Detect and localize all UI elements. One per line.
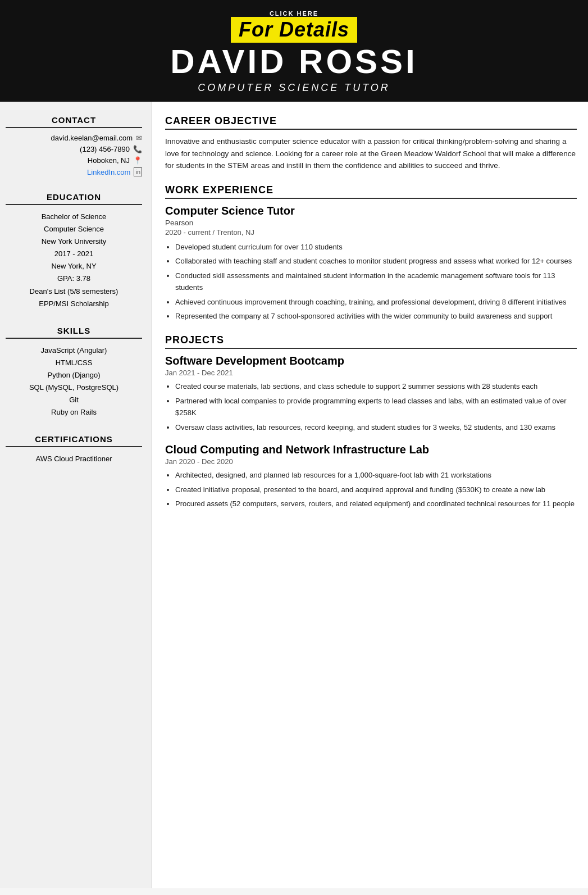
- project-1-bullets: Architected, designed, and planned lab r…: [165, 469, 577, 510]
- project-1-bullet-2: Procured assets (52 computers, servers, …: [175, 498, 577, 510]
- certifications-title: CERTIFICATIONS: [6, 434, 142, 447]
- location-label: Hoboken, NJ: [88, 156, 130, 165]
- projects-title: PROJECTS: [165, 334, 577, 349]
- linkedin-link[interactable]: LinkedIn.com: [87, 168, 130, 176]
- resume-name: DAVID ROSSI: [6, 45, 582, 79]
- contact-title: CONTACT: [6, 115, 142, 128]
- skills-list: JavaScript (Angular) HTML/CSS Python (Dj…: [6, 344, 142, 419]
- sidebar: CONTACT david.keelan@email.com ✉ (123) 4…: [0, 102, 152, 888]
- project-0-bullet-0: Created course materials, lab sections, …: [175, 380, 577, 392]
- contact-phone-item: (123) 456-7890 📞: [6, 145, 142, 153]
- job-0-title: Computer Science Tutor: [165, 205, 577, 217]
- skills-section: SKILLS JavaScript (Angular) HTML/CSS Pyt…: [6, 326, 142, 419]
- edu-years: 2017 - 2021: [6, 248, 142, 260]
- email-icon: ✉: [136, 134, 142, 142]
- project-1-dates: Jan 2020 - Dec 2020: [165, 457, 577, 466]
- for-details-banner[interactable]: For Details: [231, 17, 357, 43]
- email-label: david.keelan@email.com: [51, 134, 133, 142]
- project-0-bullets: Created course materials, lab sections, …: [165, 380, 577, 433]
- resume-header: CLICK HERE For Details DAVID ROSSI COMPU…: [0, 0, 588, 102]
- cert-0: AWS Cloud Practitioner: [6, 453, 142, 465]
- phone-icon: 📞: [133, 145, 142, 153]
- contact-location-item: Hoboken, NJ 📍: [6, 156, 142, 165]
- education-title: EDUCATION: [6, 192, 142, 205]
- project-1-bullet-1: Created initiative proposal, presented t…: [175, 484, 577, 496]
- job-0-meta: 2020 - current / Trenton, NJ: [165, 228, 577, 237]
- skill-3: SQL (MySQL, PostgreSQL): [6, 381, 142, 394]
- career-objective-title: CAREER OBJECTIVE: [165, 115, 577, 130]
- skill-0: JavaScript (Angular): [6, 344, 142, 357]
- work-experience-title: WORK EXPERIENCE: [165, 184, 577, 199]
- skills-title: SKILLS: [6, 326, 142, 339]
- skill-1: HTML/CSS: [6, 357, 142, 369]
- project-1-bullet-0: Architected, designed, and planned lab r…: [175, 469, 577, 481]
- resume-subtitle: COMPUTER SCIENCE TUTOR: [6, 82, 582, 94]
- click-here-label: CLICK HERE: [231, 10, 357, 17]
- edu-university: New York University: [6, 235, 142, 248]
- phone-label: (123) 456-7890: [80, 145, 130, 153]
- job-0-bullet-1: Collaborated with teaching staff and stu…: [175, 255, 577, 267]
- project-0: Software Development Bootcamp Jan 2021 -…: [165, 355, 577, 433]
- edu-honor1: Dean's List (5/8 semesters): [6, 285, 142, 298]
- name-display: DAVID ROSSI: [6, 45, 582, 79]
- career-objective-section: CAREER OBJECTIVE Innovative and enthusia…: [165, 115, 577, 172]
- project-0-dates: Jan 2021 - Dec 2021: [165, 369, 577, 377]
- linkedin-icon: in: [134, 167, 142, 176]
- edu-field: Computer Science: [6, 223, 142, 235]
- edu-gpa: GPA: 3.78: [6, 272, 142, 285]
- skill-5: Ruby on Rails: [6, 406, 142, 419]
- project-0-bullet-2: Oversaw class activities, lab resources,…: [175, 421, 577, 433]
- job-0-bullet-3: Achieved continuous improvement through …: [175, 296, 577, 308]
- job-0-bullet-4: Represented the company at 7 school-spon…: [175, 310, 577, 322]
- main-content: CAREER OBJECTIVE Innovative and enthusia…: [152, 102, 588, 888]
- contact-linkedin-item[interactable]: LinkedIn.com in: [6, 167, 142, 176]
- certifications-section: CERTIFICATIONS AWS Cloud Practitioner: [6, 434, 142, 465]
- career-objective-text: Innovative and enthusiastic computer sci…: [165, 135, 577, 172]
- work-experience-section: WORK EXPERIENCE Computer Science Tutor P…: [165, 184, 577, 322]
- job-0-bullet-2: Conducted skill assessments and maintain…: [175, 270, 577, 294]
- job-0-bullets: Developed student curriculum for over 11…: [165, 241, 577, 322]
- project-0-title: Software Development Bootcamp: [165, 355, 577, 367]
- location-icon: 📍: [133, 156, 142, 165]
- project-1: Cloud Computing and Network Infrastructu…: [165, 443, 577, 510]
- job-0-company: Pearson: [165, 219, 577, 227]
- resume-body: CONTACT david.keelan@email.com ✉ (123) 4…: [0, 102, 588, 888]
- job-0-bullet-0: Developed student curriculum for over 11…: [175, 241, 577, 253]
- edu-honor2: EPP/MSI Scholarship: [6, 298, 142, 310]
- edu-degree: Bachelor of Science: [6, 211, 142, 223]
- project-1-title: Cloud Computing and Network Infrastructu…: [165, 443, 577, 456]
- job-0: Computer Science Tutor Pearson 2020 - cu…: [165, 205, 577, 322]
- skill-4: Git: [6, 394, 142, 406]
- contact-email-item: david.keelan@email.com ✉: [6, 134, 142, 142]
- projects-section: PROJECTS Software Development Bootcamp J…: [165, 334, 577, 510]
- project-0-bullet-1: Partnered with local companies to provid…: [175, 395, 577, 419]
- contact-section: CONTACT david.keelan@email.com ✉ (123) 4…: [6, 115, 142, 176]
- skill-2: Python (Django): [6, 369, 142, 381]
- edu-location: New York, NY: [6, 260, 142, 272]
- education-section: EDUCATION Bachelor of Science Computer S…: [6, 192, 142, 310]
